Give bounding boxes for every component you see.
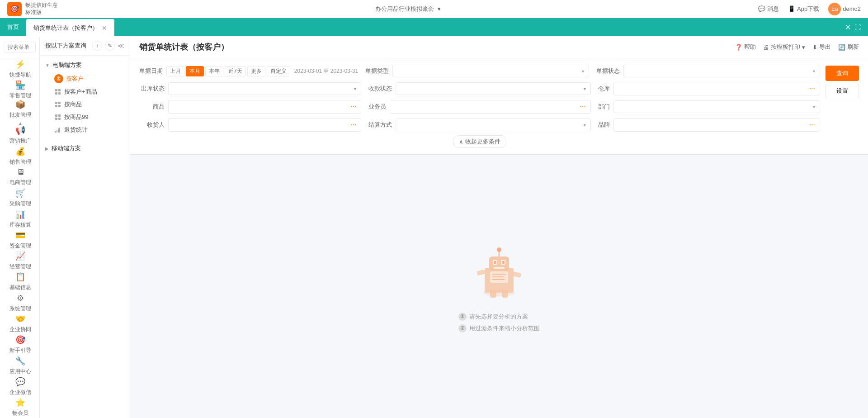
edit-scheme-btn[interactable]: ✎	[105, 41, 115, 51]
retail-icon: 🏪	[15, 80, 25, 90]
sidebar-item-inventory[interactable]: 📊 库存核算	[0, 209, 39, 229]
out-status-select[interactable]: ▾	[168, 82, 361, 95]
empty-tips: ① 请先选择要分析的方案 ② 用过滤条件来缩小分析范围	[458, 313, 540, 332]
message-btn[interactable]: 💬 消息	[758, 5, 779, 13]
sidebar-item-sales[interactable]: 💰 销售管理	[0, 146, 39, 166]
collapse-panel-btn[interactable]: ≪	[118, 42, 124, 49]
date-btn-more[interactable]: 更多	[247, 66, 265, 76]
product-99-icon	[54, 114, 61, 121]
tree-child-by-product[interactable]: 按商品	[40, 98, 130, 111]
refresh-btn[interactable]: 🔄 刷新	[838, 43, 859, 51]
sidebar-item-system[interactable]: ⚙ 系统管理	[0, 292, 39, 313]
help-btn[interactable]: ❓ 帮助	[735, 43, 756, 51]
svg-rect-0	[55, 89, 57, 91]
template-print-btn[interactable]: 🖨 按模板打印 ▾	[763, 43, 805, 51]
tab-maximize-btn[interactable]: ⛶	[854, 24, 861, 31]
sidebar-item-operations[interactable]: 📈 经营管理	[0, 251, 39, 271]
settlement-select[interactable]: ▾	[396, 119, 590, 131]
sidebar-item-member[interactable]: ⭐ 畅会员	[0, 397, 39, 418]
date-btn-7days[interactable]: 近7天	[225, 66, 246, 76]
sidebar-item-finance[interactable]: 💳 资金管理	[0, 229, 39, 250]
sidebar-item-enterprise[interactable]: 🤝 企业协同	[0, 313, 39, 334]
date-btn-this-month[interactable]: 本月	[186, 66, 204, 76]
refresh-label: 刷新	[847, 43, 859, 51]
dept-arrow: ▾	[813, 104, 815, 109]
receiver-input[interactable]: ···	[168, 118, 361, 132]
staff-dots: ···	[580, 103, 585, 111]
date-btn-custom[interactable]: 自定义	[267, 66, 290, 76]
search-input[interactable]	[4, 42, 36, 52]
tab-bar: 首页 销货单统计表（按客户） ✕ ✕ ⛶	[0, 18, 868, 36]
tree-child-product-99[interactable]: 按商品99	[40, 111, 130, 124]
date-filter: 单据日期 上月 本月 本年 近7天 更多 自定义 2023-03-01 至 20…	[139, 66, 358, 76]
template-print-icon: 🖨	[763, 44, 769, 51]
tab-home[interactable]: 首页	[0, 18, 26, 36]
tree-mobile-node[interactable]: ▶ 移动端方案	[40, 142, 130, 155]
tree-child-by-customer[interactable]: 客 按客户	[40, 72, 130, 86]
app-download-icon: 📱	[788, 5, 795, 12]
tree-child-return-stats[interactable]: 退货统计	[40, 124, 130, 136]
customer-product-label: 按客户+商品	[64, 88, 97, 96]
doc-status-select[interactable]: ▾	[623, 65, 820, 77]
empty-illustration	[467, 241, 531, 305]
top-bar: 🎯 畅捷信好生意 标准版 办公用品行业模拟账套 ▾ 💬 消息 📱 App下载 E…	[0, 0, 868, 18]
avatar: Ea	[828, 3, 841, 15]
user-avatar-area[interactable]: Ea demo2	[828, 3, 861, 15]
sidebar-item-appstore[interactable]: 🔧 应用中心	[0, 355, 39, 376]
page-title: 销货单统计表（按客户）	[139, 42, 229, 52]
tree-toggle-icon: ▼	[45, 63, 50, 68]
sidebar-item-ecommerce[interactable]: 🖥 电商管理	[0, 166, 39, 187]
logo-text: 畅捷信好生意 标准版	[25, 2, 58, 16]
tab-report[interactable]: 销货单统计表（按客户） ✕	[26, 19, 114, 37]
sidebar-item-quick-nav[interactable]: ⚡ 快捷导航	[0, 58, 39, 79]
settings-btn[interactable]: 设置	[826, 84, 859, 98]
purchase-icon: 🛒	[15, 188, 25, 198]
tab-close-icon[interactable]: ✕	[102, 24, 107, 32]
tree-child-customer-product[interactable]: 按客户+商品	[40, 86, 130, 98]
date-btn-this-year[interactable]: 本年	[205, 66, 223, 76]
sidebar-item-basic[interactable]: 📋 基础信息	[0, 271, 39, 292]
query-btn[interactable]: 查询	[826, 66, 859, 81]
tree-section-mobile: ▶ 移动端方案	[40, 139, 130, 158]
sidebar-item-purchase[interactable]: 🛒 采购管理	[0, 188, 39, 209]
doc-type-label: 单据类型	[365, 67, 389, 75]
tab-close-btn[interactable]: ✕	[845, 23, 851, 32]
template-print-dropdown-icon: ▾	[802, 44, 805, 51]
receive-status-select[interactable]: ▾	[396, 82, 590, 95]
inventory-icon: 📊	[15, 209, 25, 219]
brand-input[interactable]: ···	[613, 118, 820, 132]
sidebar-item-wholesale[interactable]: 📦 批发管理 ▲	[0, 100, 39, 125]
tree-desktop-label: 电脑端方案	[52, 61, 82, 69]
sidebar-item-marketing[interactable]: 📢 营销推广	[0, 125, 39, 146]
top-bar-right: 💬 消息 📱 App下载 Ea demo2	[758, 3, 861, 15]
sidebar-item-newbie[interactable]: 🎯 新手引导	[0, 334, 39, 355]
industry-selector[interactable]: 办公用品行业模拟账套 ▾	[375, 5, 441, 13]
doc-type-select[interactable]: ▾	[392, 65, 589, 77]
dept-select[interactable]: ▾	[613, 100, 820, 113]
product-filter: 商品 ···	[139, 100, 361, 114]
sidebar-item-wechat[interactable]: 💬 企业微信	[0, 376, 39, 397]
basic-label: 基础信息	[9, 284, 31, 291]
doc-status-arrow: ▾	[813, 69, 815, 74]
svg-rect-15	[59, 128, 60, 133]
finance-label: 资金管理	[9, 242, 31, 250]
date-btn-last-month[interactable]: 上月	[166, 66, 184, 76]
app-download-btn[interactable]: 📱 App下载	[788, 5, 819, 13]
product-input[interactable]: ···	[168, 100, 361, 114]
svg-rect-8	[55, 114, 57, 117]
staff-input[interactable]: ···	[390, 100, 590, 114]
enterprise-label: 企业协同	[9, 326, 31, 333]
help-icon: ❓	[735, 44, 742, 51]
staff-label: 业务员	[368, 103, 386, 111]
sidebar-item-retail[interactable]: 🏪 零售管理	[0, 79, 39, 100]
tree-desktop-node[interactable]: ▼ 电脑端方案	[40, 58, 130, 72]
right-action-buttons: 查询 设置	[826, 65, 859, 98]
export-btn[interactable]: ⬇ 导出	[812, 43, 831, 51]
add-scheme-btn[interactable]: ＋	[92, 41, 102, 51]
collapse-btn[interactable]: ∧ 收起更多条件	[453, 135, 506, 148]
doc-status-filter: 单据状态 ▾	[596, 65, 820, 77]
receive-status-filter: 收款状态 ▾	[368, 82, 590, 95]
by-product-label: 按商品	[64, 100, 82, 109]
top-bar-left: 🎯 畅捷信好生意 标准版	[7, 2, 58, 16]
warehouse-input[interactable]: ···	[613, 82, 820, 95]
